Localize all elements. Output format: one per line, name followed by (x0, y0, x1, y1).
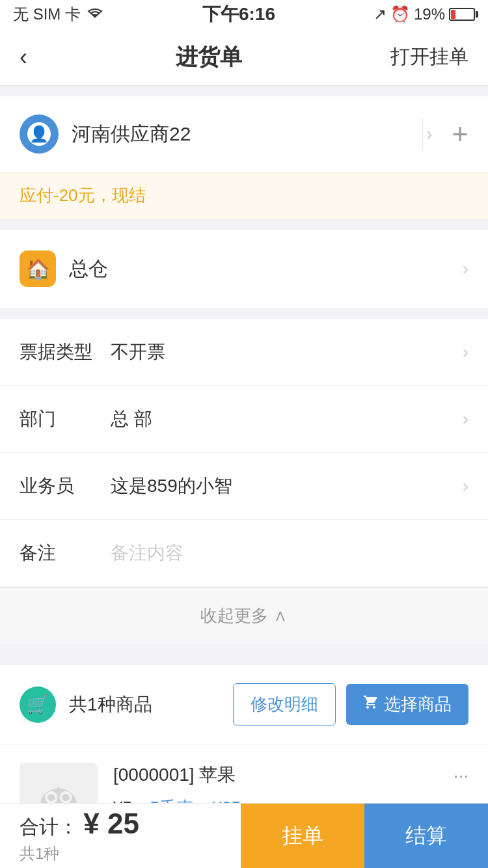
divider-4 (0, 644, 488, 655)
location-icon: ↗ (373, 5, 386, 23)
alert-text: 应付-20元，现结 (20, 185, 146, 205)
remark-row[interactable]: 备注 备注内容 (0, 520, 488, 587)
remark-input[interactable]: 备注内容 (111, 541, 468, 565)
hang-button[interactable]: 挂单 (241, 804, 364, 869)
supplier-name: 河南供应商22 (72, 121, 426, 148)
ticket-type-row[interactable]: 票据类型 不开票 › (0, 319, 488, 386)
alert-banner: 应付-20元，现结 (0, 172, 488, 219)
carrier-label: 无 SIM 卡 (13, 4, 81, 25)
total-amount: ¥ 25 (83, 807, 139, 839)
total-label: 合计： (20, 816, 78, 837)
open-hang-button[interactable]: 打开挂单 (390, 44, 468, 70)
product-title: 苹果 (199, 765, 236, 785)
wifi-icon (86, 5, 104, 23)
warehouse-row[interactable]: 🏠 总仓 › (0, 230, 488, 308)
department-value: 总 部 (111, 407, 463, 431)
cart-icon: 🛒 (27, 694, 49, 715)
edit-detail-button[interactable]: 修改明细 (233, 683, 336, 726)
supplier-row[interactable]: 👤 河南供应商22 › + (0, 96, 488, 172)
svg-point-4 (62, 794, 70, 801)
page-title: 进货单 (176, 42, 242, 72)
nav-bar: ‹ 进货单 打开挂单 (0, 29, 488, 86)
status-left: 无 SIM 卡 (13, 4, 104, 25)
battery-percent: 19% (414, 5, 445, 23)
divider-1 (0, 86, 488, 96)
select-product-button[interactable]: 选择商品 (346, 684, 468, 725)
status-bar: 无 SIM 卡 下午6:16 ↗ ⏰ 19% (0, 0, 488, 29)
warehouse-label: 总仓 (69, 256, 463, 282)
salesperson-label: 业务员 (20, 474, 111, 498)
total-sub: 共1种 (20, 843, 221, 864)
alarm-icon: ⏰ (390, 5, 410, 23)
battery-icon (449, 8, 475, 21)
status-right: ↗ ⏰ 19% (373, 5, 475, 23)
total-main: 合计： ¥ 25 (20, 807, 221, 841)
warehouse-icon: 🏠 (20, 251, 56, 287)
bottom-bar: 合计： ¥ 25 共1种 挂单 结算 (0, 803, 488, 868)
total-section: 合计： ¥ 25 共1种 (0, 807, 241, 864)
salesperson-row[interactable]: 业务员 这是859的小智 › (0, 453, 488, 520)
product-name: [0000001] 苹果 (113, 763, 454, 787)
salesperson-value: 这是859的小智 (111, 474, 463, 498)
svg-point-3 (47, 794, 55, 801)
products-count: 共1种商品 (69, 692, 233, 717)
settle-button[interactable]: 结算 (364, 804, 488, 869)
department-label: 部门 (20, 407, 111, 431)
back-button[interactable]: ‹ (20, 44, 27, 71)
divider-2 (0, 219, 488, 230)
collapse-label: 收起更多 ∧ (200, 606, 287, 625)
form-section: 票据类型 不开票 › 部门 总 部 › 业务员 这是859的小智 › 备注 备注… (0, 319, 488, 587)
supplier-chevron-icon: › (426, 124, 432, 144)
supplier-avatar: 👤 (20, 115, 59, 154)
department-row[interactable]: 部门 总 部 › (0, 386, 488, 453)
home-icon: 🏠 (26, 258, 50, 280)
vertical-divider (422, 118, 423, 150)
time-display: 下午6:16 (202, 2, 275, 27)
product-code: [0000001] (113, 765, 199, 785)
add-product-icon (363, 694, 379, 714)
products-header: 🛒 共1种商品 修改明细 选择商品 (0, 665, 488, 744)
department-chevron-icon: › (463, 409, 468, 429)
products-icon: 🛒 (20, 686, 56, 723)
supplier-card: 👤 河南供应商22 › + 应付-20元，现结 (0, 96, 488, 219)
select-product-label: 选择商品 (384, 693, 452, 716)
remark-label: 备注 (20, 541, 111, 565)
collapse-toggle[interactable]: 收起更多 ∧ (0, 587, 488, 644)
user-icon: 👤 (29, 125, 49, 143)
add-button[interactable]: + (452, 120, 468, 148)
warehouse-card: 🏠 总仓 › (0, 230, 488, 308)
product-more-button[interactable]: ··· (454, 763, 468, 786)
salesperson-chevron-icon: › (463, 476, 468, 496)
divider-3 (0, 308, 488, 319)
ticket-type-value: 不开票 (111, 340, 463, 364)
ticket-type-label: 票据类型 (20, 340, 111, 364)
warehouse-chevron-icon: › (463, 258, 468, 279)
ticket-type-chevron-icon: › (463, 342, 468, 362)
